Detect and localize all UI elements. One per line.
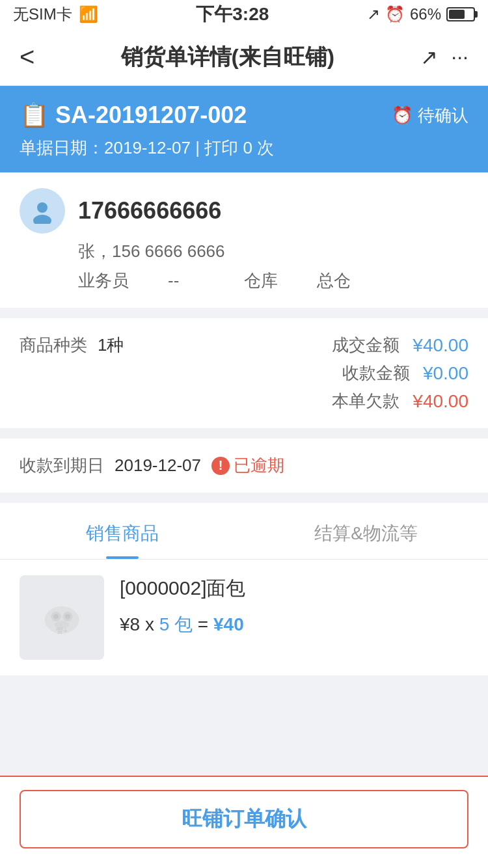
overdue-icon: ! bbox=[211, 457, 230, 475]
tab-settlement-label: 结算&物流等 bbox=[314, 523, 418, 543]
nav-right[interactable]: ↗ ··· bbox=[420, 45, 468, 70]
amount-label-1: 收款金额 bbox=[342, 362, 410, 385]
order-header: 📋 SA-20191207-002 ⏰ 待确认 单据日期：2019-12-07 … bbox=[0, 86, 488, 172]
customer-meta: 业务员 -- 仓库 总仓 bbox=[78, 269, 468, 292]
amount-value-1: ¥0.00 bbox=[423, 363, 468, 384]
overdue-text: 已逾期 bbox=[234, 454, 284, 477]
summary-section: 商品种类 1种 成交金额 ¥40.00 收款金额 ¥0.00 本单欠款 ¥40.… bbox=[0, 318, 488, 428]
customer-section: 17666666666 张，156 6666 6666 业务员 -- 仓库 总仓 bbox=[0, 172, 488, 308]
order-id: 📋 SA-20191207-002 bbox=[20, 102, 247, 129]
nav-left[interactable]: < bbox=[20, 42, 34, 72]
svg-point-5 bbox=[53, 614, 59, 619]
amount-row-1: 收款金额 ¥0.00 bbox=[342, 362, 468, 385]
equals-sign: = bbox=[198, 614, 213, 634]
summary-left: 商品种类 1种 bbox=[20, 334, 332, 357]
list-item: 管+ [0000002]面包 ¥8 x 5 包 = ¥40 bbox=[20, 575, 468, 660]
status-clock-icon: ⏰ bbox=[392, 105, 413, 126]
amount-value-0: ¥40.00 bbox=[413, 335, 468, 356]
customer-name: 张，156 6666 6666 bbox=[78, 240, 468, 263]
status-text: 待确认 bbox=[418, 104, 468, 127]
due-label: 收款到期日 bbox=[20, 454, 104, 477]
wifi-icon: 📶 bbox=[79, 5, 98, 23]
product-type-value: 1种 bbox=[98, 334, 124, 357]
warehouse-value: 总仓 bbox=[317, 269, 351, 292]
due-section: 收款到期日 2019-12-07 ! 已逾期 bbox=[0, 439, 488, 493]
amount-label-2: 本单欠款 bbox=[332, 390, 400, 413]
amount-value-2: ¥40.00 bbox=[413, 391, 468, 412]
order-icon: 📋 bbox=[20, 102, 49, 129]
product-unit: 包 bbox=[174, 614, 193, 634]
salesperson-value: -- bbox=[168, 271, 179, 291]
tab-settlement[interactable]: 结算&物流等 bbox=[244, 503, 488, 559]
tab-products-label: 销售商品 bbox=[86, 523, 159, 543]
avatar bbox=[20, 188, 65, 234]
warehouse-label: 仓库 bbox=[244, 269, 278, 292]
salesperson-label: 业务员 bbox=[78, 269, 129, 292]
status-left: 无SIM卡 📶 bbox=[13, 4, 98, 25]
multiply-sign: x bbox=[145, 614, 159, 634]
customer-row: 17666666666 bbox=[20, 188, 468, 234]
confirm-button[interactable]: 旺铺订单确认 bbox=[20, 790, 468, 848]
overdue-badge: ! 已逾期 bbox=[211, 454, 284, 477]
svg-point-6 bbox=[65, 614, 70, 619]
location-icon: ↗ bbox=[367, 5, 380, 23]
product-info: [0000002]面包 ¥8 x 5 包 = ¥40 bbox=[120, 575, 468, 637]
amount-row-2: 本单欠款 ¥40.00 bbox=[332, 390, 468, 413]
back-button[interactable]: < bbox=[20, 42, 34, 72]
product-qty: 5 bbox=[159, 614, 170, 634]
status-right: ↗ ⏰ 66% bbox=[367, 5, 475, 23]
products-section: 管+ [0000002]面包 ¥8 x 5 包 = ¥40 bbox=[0, 560, 488, 675]
carrier-text: 无SIM卡 bbox=[13, 4, 72, 25]
product-image: 管+ bbox=[20, 575, 104, 660]
svg-point-1 bbox=[33, 215, 51, 224]
summary-right: 成交金额 ¥40.00 收款金额 ¥0.00 本单欠款 ¥40.00 bbox=[332, 334, 468, 413]
product-name: [0000002]面包 bbox=[120, 575, 468, 602]
product-type-label: 商品种类 bbox=[20, 334, 87, 357]
customer-phone: 17666666666 bbox=[78, 197, 221, 224]
product-price: ¥8 x 5 包 = ¥40 bbox=[120, 612, 468, 637]
svg-point-0 bbox=[37, 202, 47, 213]
battery-icon bbox=[446, 7, 475, 21]
amount-label-0: 成交金额 bbox=[332, 334, 400, 357]
tab-products[interactable]: 销售商品 bbox=[0, 503, 244, 559]
tabs: 销售商品 结算&物流等 bbox=[0, 503, 488, 560]
more-button[interactable]: ··· bbox=[451, 45, 468, 69]
page-title: 销货单详情(来自旺铺) bbox=[121, 42, 335, 72]
product-total: ¥40 bbox=[213, 614, 244, 634]
unit-price: ¥8 bbox=[120, 614, 140, 634]
order-id-row: 📋 SA-20191207-002 ⏰ 待确认 bbox=[20, 102, 468, 129]
alarm-icon: ⏰ bbox=[385, 5, 405, 23]
order-id-text: SA-20191207-002 bbox=[55, 102, 247, 129]
svg-text:管+: 管+ bbox=[56, 627, 67, 634]
due-date: 2019-12-07 bbox=[115, 455, 201, 476]
order-date: 单据日期：2019-12-07 | 打印 0 次 bbox=[20, 137, 468, 159]
share-button[interactable]: ↗ bbox=[420, 45, 438, 70]
bottom-bar: 旺铺订单确认 bbox=[0, 776, 488, 868]
nav-bar: < 销货单详情(来自旺铺) ↗ ··· bbox=[0, 29, 488, 86]
amount-row-0: 成交金额 ¥40.00 bbox=[332, 334, 468, 357]
order-status: ⏰ 待确认 bbox=[392, 104, 468, 127]
status-bar: 无SIM卡 📶 下午3:28 ↗ ⏰ 66% bbox=[0, 0, 488, 29]
status-time: 下午3:28 bbox=[196, 2, 269, 27]
battery-percent: 66% bbox=[410, 5, 441, 23]
product-thumbnail: 管+ bbox=[36, 598, 88, 637]
confirm-button-label: 旺铺订单确认 bbox=[182, 805, 306, 834]
